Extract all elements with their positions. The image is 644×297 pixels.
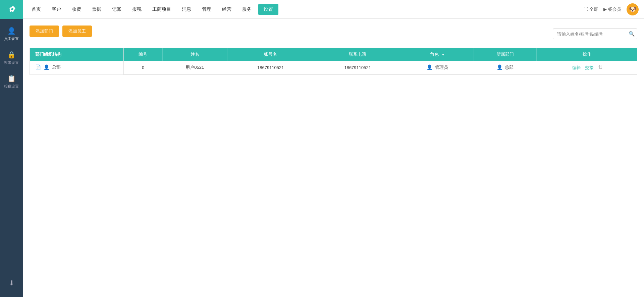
nav-right: ⛶ 全屏 ▶ 畅会员 🐶 [584,3,644,15]
file-icon: 📄 [35,64,41,70]
logo-icon: ✿ [8,5,14,14]
member-btn[interactable]: ▶ 畅会员 [603,6,621,12]
nav-business[interactable]: 工商项目 [147,0,176,18]
staff-label: 员工设置 [4,36,19,41]
staff-icon: 👤 [7,27,16,35]
search-input[interactable] [553,29,627,39]
nav-manage[interactable]: 管理 [197,0,217,18]
tree-panel: 部门组织结构 📄 👤 总部 [30,48,124,75]
nav-fee[interactable]: 收费 [66,0,87,18]
action-buttons: 添加部门 添加员工 [30,26,92,37]
nav-operation[interactable]: 经营 [217,0,237,18]
fullscreen-icon: ⛶ [584,7,588,12]
member-icon: ▶ [603,7,607,12]
tree-item-label: 总部 [52,64,61,70]
user-icon: 👤 [44,64,49,70]
nav-items: 首页 客户 收费 票据 记账 报税 工商项目 消息 管理 经营 服务 设置 [23,0,584,18]
sidebar-download-btn[interactable]: ⬇ [0,274,23,292]
nav-accounting[interactable]: 记账 [107,0,127,18]
col-id: 编号 [124,48,162,61]
member-label: 畅会员 [608,6,621,12]
edit-link[interactable]: 编辑 [572,65,581,70]
nav-message[interactable]: 消息 [176,0,197,18]
col-actions: 操作 [537,48,637,61]
tax-settings-icon: 📋 [7,75,16,83]
cell-id: 0 [124,61,162,75]
search-area: 🔍 [553,29,637,39]
search-button[interactable]: 🔍 [627,29,637,39]
cell-name: 用户0521 [162,61,227,75]
nav-invoice[interactable]: 票据 [87,0,107,18]
top-content-row: 添加部门 添加员工 🔍 [30,26,637,42]
table-header-row: 编号 姓名 账号名 联系电话 角色 ▼ 所属部门 操作 [124,48,637,61]
download-icon: ⬇ [9,279,14,287]
cell-role: 👤 管理员 [401,61,474,75]
cell-account: 18679110521 [227,61,314,75]
role-user-icon: 👤 [427,64,432,70]
table-row: 0 用户0521 18679110521 18679110521 👤 管理员 👤… [124,61,637,75]
col-name: 姓名 [162,48,227,61]
fullscreen-label: 全屏 [589,6,598,12]
cell-dept: 👤 总部 [474,61,536,75]
cell-actions: 编辑 交接 ⇅ [537,61,637,75]
nav-home[interactable]: 首页 [26,0,46,18]
nav-customer[interactable]: 客户 [46,0,66,18]
staff-table: 编号 姓名 账号名 联系电话 角色 ▼ 所属部门 操作 [124,48,637,75]
transfer-link[interactable]: 交接 [585,65,594,70]
main-content: 部门组织结构 📄 👤 总部 编号 姓名 账号名 联系电话 [30,48,637,75]
add-staff-button[interactable]: 添加员工 [62,26,92,37]
top-navigation: ✿ 首页 客户 收费 票据 记账 报税 工商项目 消息 管理 经营 服务 设置 … [0,0,644,19]
col-dept: 所属部门 [474,48,536,61]
tree-header: 部门组织结构 [30,48,123,61]
user-avatar[interactable]: 🐶 [627,3,639,15]
tree-item-headquarters[interactable]: 📄 👤 总部 [30,61,123,73]
col-account: 账号名 [227,48,314,61]
sidebar-item-staff[interactable]: 👤 员工设置 [0,22,23,46]
role-sort-icon[interactable]: ▼ [441,53,445,56]
logo: ✿ [0,0,23,19]
nav-settings[interactable]: 设置 [258,4,278,15]
search-icon: 🔍 [629,31,635,37]
sidebar-item-permissions[interactable]: 🔒 权限设置 [0,46,23,70]
cell-phone: 18679110521 [314,61,401,75]
nav-tax[interactable]: 报税 [127,0,147,18]
tax-settings-label: 报税设置 [4,84,19,89]
fullscreen-btn[interactable]: ⛶ 全屏 [584,6,598,12]
col-phone: 联系电话 [314,48,401,61]
row-arrows[interactable]: ⇅ [598,64,602,70]
col-role: 角色 ▼ [401,48,474,61]
main-layout: 👤 员工设置 🔒 权限设置 📋 报税设置 ⬇ 添加部门 添加员工 🔍 [0,19,644,297]
permissions-icon: 🔒 [7,51,16,59]
content-area: 添加部门 添加员工 🔍 部门组织结构 📄 👤 总部 [23,19,644,297]
table-panel: 编号 姓名 账号名 联系电话 角色 ▼ 所属部门 操作 [124,48,637,75]
add-dept-button[interactable]: 添加部门 [30,26,59,37]
sidebar-item-tax-settings[interactable]: 📋 报税设置 [0,70,23,94]
dept-user-icon: 👤 [497,64,502,70]
sidebar: 👤 员工设置 🔒 权限设置 📋 报税设置 ⬇ [0,19,23,297]
permissions-label: 权限设置 [4,60,19,65]
nav-service[interactable]: 服务 [237,0,257,18]
